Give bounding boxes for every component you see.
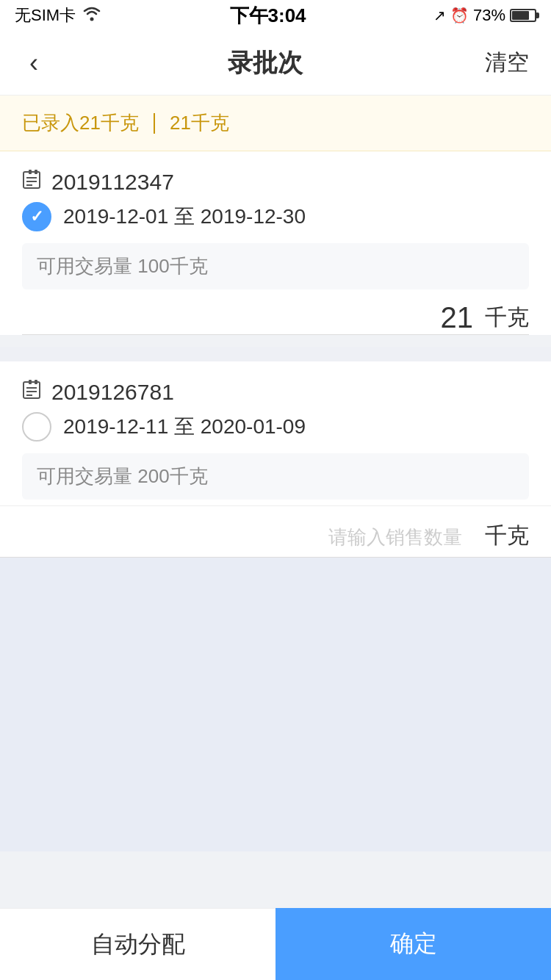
info-value: 21千克 [170, 110, 229, 136]
battery-percent: 73% [473, 6, 505, 25]
bottom-buttons: 自动分配 确定 [0, 908, 551, 980]
clear-button[interactable]: 清空 [485, 48, 529, 78]
location-icon: ↗ [433, 7, 446, 24]
batch-2-date-row[interactable]: 2019-12-11 至 2020-01-09 [22, 412, 529, 442]
batch-1-entered-value: 21 [441, 301, 474, 334]
page-title: 录批次 [228, 46, 303, 80]
batch-1-date: 2019-12-01 至 2019-12-30 [63, 203, 306, 231]
batch-2-qty-text: 可用交易量 200千克 [37, 465, 208, 487]
batch-1-section: 2019112347 2019-12-01 至 2019-12-30 可用交易量… [0, 151, 551, 335]
batch-2-radio[interactable] [22, 412, 51, 442]
confirm-button[interactable]: 确定 [276, 908, 551, 980]
nav-bar: ‹ 录批次 清空 [0, 31, 551, 96]
batch-2-qty-input[interactable] [326, 522, 473, 550]
batch-2-header: 2019126781 [22, 379, 529, 405]
batch-1-icon [22, 169, 44, 195]
batch-2-qty-box: 可用交易量 200千克 [22, 453, 529, 500]
info-banner: 已录入21千克 21千克 [0, 96, 551, 151]
svg-rect-8 [29, 380, 32, 384]
bottom-area [0, 558, 551, 851]
section-separator-1 [0, 347, 551, 361]
batch-1-divider [22, 334, 529, 335]
batch-1-card: 2019112347 2019-12-01 至 2019-12-30 可用交易量… [0, 151, 551, 289]
carrier-text: 无SIM卡 [15, 4, 76, 26]
svg-rect-2 [29, 170, 32, 174]
batch-2-input-row: 千克 [0, 505, 551, 558]
batch-2-id: 2019126781 [51, 380, 174, 405]
alarm-icon: ⏰ [450, 7, 469, 24]
batch-1-radio[interactable] [22, 202, 51, 231]
svg-rect-9 [35, 380, 37, 384]
battery-icon [510, 9, 536, 22]
batch-1-qty-box: 可用交易量 100千克 [22, 243, 529, 289]
info-divider [154, 113, 155, 134]
batch-2-icon [22, 379, 44, 405]
back-button[interactable]: ‹ [22, 40, 46, 86]
wifi-icon [82, 5, 102, 26]
auto-distribute-button[interactable]: 自动分配 [0, 908, 276, 980]
svg-point-0 [90, 18, 94, 21]
batch-1-id: 2019112347 [51, 170, 174, 195]
batch-2-section: 2019126781 2019-12-11 至 2020-01-09 可用交易量… [0, 361, 551, 558]
status-indicators: ↗ ⏰ 73% [433, 6, 536, 25]
status-bar: 无SIM卡 下午3:04 ↗ ⏰ 73% [0, 0, 551, 31]
svg-rect-3 [35, 170, 37, 174]
batch-1-qty-text: 可用交易量 100千克 [37, 255, 208, 277]
batch-1-date-row[interactable]: 2019-12-01 至 2019-12-30 [22, 202, 529, 231]
status-time: 下午3:04 [230, 3, 306, 29]
batch-1-unit: 千克 [485, 303, 529, 333]
batch-2-unit: 千克 [485, 521, 529, 551]
batch-2-date: 2019-12-11 至 2020-01-09 [63, 413, 306, 441]
batch-2-card: 2019126781 2019-12-11 至 2020-01-09 可用交易量… [0, 361, 551, 500]
status-carrier: 无SIM卡 [15, 4, 102, 26]
batch-1-header: 2019112347 [22, 169, 529, 195]
batch-1-entered-row: 21 千克 [0, 289, 551, 334]
info-label: 已录入21千克 [22, 110, 139, 136]
